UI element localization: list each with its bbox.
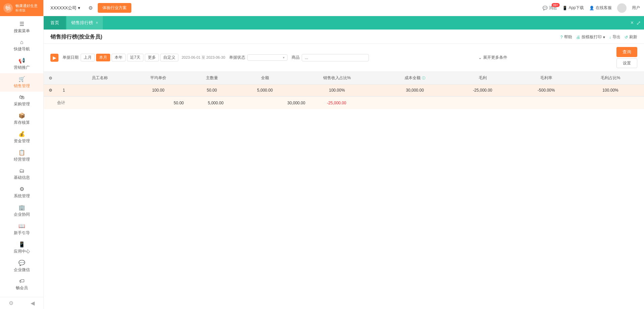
topbar-gear-button[interactable]: ⚙ [86,3,95,13]
col-name: 员工名称 [71,72,129,85]
sidebar-item-member[interactable]: 🏷 畅会员 [0,275,43,294]
footer-amount: 5,000.00 [196,101,236,105]
sidebar-item-label: 新手引导 [14,230,30,236]
row-amount: 5,000.00 [236,85,294,96]
topbar: XXXXXX公司 ▾ ⚙ 体验行业方案 💬 消息 99+ 📱 App下载 👤 在… [44,0,644,16]
date-btn-this-year[interactable]: 本年 [112,54,126,61]
sidebar-item-marketing[interactable]: 📢 营销推广 [0,55,43,73]
sidebar-item-operations[interactable]: 📋 经营管理 [0,147,43,165]
col-avg-price: 平均单价 [129,72,187,85]
company-selector[interactable]: XXXXXX公司 ▾ [48,4,83,12]
marketing-icon: 📢 [18,57,25,64]
close-window-icon[interactable]: × [631,20,634,26]
app-download-button[interactable]: 📱 App下载 [562,5,584,11]
col-profit-pct: 毛利占比% [577,72,644,85]
logo-icon: 畅 [3,3,13,13]
sidebar-item-label: 企业协同 [14,212,30,217]
print-button[interactable]: 🖨 按模板打印 ▾ [576,34,605,40]
status-select[interactable]: ▾ [247,54,288,61]
table-header-row: ⚙ 员工名称 平均单价 主数量 全额 销售收入占比% 成本全额 ⓘ 毛利 毛利率… [44,72,644,85]
enterprise-icon: 🏢 [18,204,25,211]
main-area: XXXXXX公司 ▾ ⚙ 体验行业方案 💬 消息 99+ 📱 App下载 👤 在… [44,0,644,309]
sidebar-item-label: 系统管理 [14,193,30,199]
sidebar-item-purchase-mgmt[interactable]: 🛍 采购管理 [0,92,43,110]
col-rank [57,72,71,85]
app-label: App下载 [569,5,584,11]
sidebar-item-system-mgmt[interactable]: ⚙ 系统管理 [0,183,43,202]
message-badge: 99+ [552,3,559,7]
status-filter-label: 单据状态 [229,55,245,60]
date-btn-7days[interactable]: 近7天 [127,54,143,61]
page-actions: ? 帮助 🖨 按模板打印 ▾ ↓ 导出 ↺ 刷新 [560,34,637,40]
tab-sales-ranking[interactable]: 销售排行榜 × [67,16,103,30]
member-icon: 🏷 [19,278,25,284]
sidebar-item-app-center[interactable]: 📱 应用中心 [0,239,43,257]
sidebar-item-search-order[interactable]: ☰ 搜索菜单 [0,18,43,37]
tab-close-icon[interactable]: × [96,20,98,25]
tabbar-actions: × ⤢ [627,16,644,30]
sidebar-item-quick-nav[interactable]: ⌂ 快捷导航 [0,37,43,55]
avatar[interactable] [617,3,627,13]
page-title: 销售排行榜(按业务员) [50,34,102,41]
message-icon: 💬 [543,6,548,10]
status-chevron-icon: ▾ [283,56,285,59]
sidebar-item-label: 基础信息 [14,175,30,181]
filter-toggle-arrow[interactable]: ▶ [50,54,58,62]
sidebar-item-label: 快捷导航 [14,46,30,52]
service-icon: 👤 [589,6,594,10]
goods-input[interactable] [302,54,369,61]
goods-filter-group: 商品 [292,54,369,61]
message-button[interactable]: 💬 消息 99+ [543,5,557,11]
sidebar-item-enterprise[interactable]: 🏢 企业协同 [0,202,43,220]
date-btn-custom[interactable]: 自定义 [160,54,178,61]
table-footer: 合计 50.00 5,000.00 30,000.00 -25,000.00 [44,96,644,109]
table-row: ⚙ 1 100.00 50.00 5,000.00 100.00% 30,000… [44,85,644,96]
sidebar-item-finance[interactable]: 💰 资金管理 [0,128,43,147]
sidebar-item-wechat[interactable]: 💬 企业微信 [0,257,43,275]
date-btn-this-month[interactable]: 本月 [96,54,110,61]
tab-home[interactable]: 首页 [44,16,66,30]
row-main-qty: 50.00 [187,85,236,96]
export-button[interactable]: ↓ 导出 [609,34,620,40]
footer-label: 合计 [48,100,75,106]
expand-conditions-btn[interactable]: ⌄ 展开更多条件 [478,55,507,60]
sidebar-item-sales-mgmt[interactable]: 🛒 销售管理 [0,73,43,92]
date-btn-last-month[interactable]: 上月 [81,54,95,61]
maximize-icon[interactable]: ⤢ [636,20,641,26]
help-button[interactable]: ? 帮助 [560,34,572,40]
sales-mgmt-icon: 🛒 [18,76,25,82]
topbar-right: 💬 消息 99+ 📱 App下载 👤 在线客服 用户 [543,3,640,13]
settings-icon[interactable]: ⚙ [9,300,13,306]
date-btn-more[interactable]: 更多 [145,54,159,61]
refresh-icon: ↺ [625,35,628,40]
sidebar-item-inventory[interactable]: 📦 库存核算 [0,110,43,128]
expand-icon: ⌄ [478,55,482,60]
sidebar-item-basic-info[interactable]: 🗂 基础信息 [0,165,43,183]
logo-text-line2: 标准版 [15,8,38,13]
sidebar-item-label: 畅会员 [16,285,28,291]
basic-info-icon: 🗂 [19,168,25,174]
query-button[interactable]: 查询 [616,47,637,57]
company-name: XXXXXX公司 [50,5,77,11]
sidebar-nav: ☰ 搜索菜单⌂ 快捷导航📢 营销推广🛒 销售管理🛍 采购管理📦 库存核算💰 资金… [0,16,43,297]
goods-filter-label: 商品 [292,55,300,60]
guide-icon: 📖 [18,223,25,229]
refresh-button[interactable]: ↺ 刷新 [625,34,637,40]
svg-text:畅: 畅 [5,5,11,11]
sidebar-item-label: 搜索菜单 [14,28,30,34]
app-center-icon: 📱 [18,241,25,248]
page-header: 销售排行榜(按业务员) ? 帮助 🖨 按模板打印 ▾ ↓ 导出 ↺ 刷新 [44,30,644,44]
date-filter-label: 单据日期 [62,55,79,60]
sidebar-item-guide[interactable]: 📖 新手引导 [0,220,43,239]
online-service-button[interactable]: 👤 在线客服 [589,5,612,11]
row-sales-pct: 100.00% [294,85,380,96]
system-mgmt-icon: ⚙ [19,186,24,192]
col-profit: 毛利 [449,72,516,85]
settings-button[interactable]: 设置 [616,58,637,68]
row-settings[interactable]: ⚙ [44,85,57,96]
trial-button[interactable]: 体验行业方案 [98,3,131,13]
col-settings[interactable]: ⚙ [44,72,57,85]
help-icon: ? [560,35,563,40]
collapse-icon[interactable]: ◀ [31,300,35,306]
print-icon: 🖨 [576,35,580,40]
